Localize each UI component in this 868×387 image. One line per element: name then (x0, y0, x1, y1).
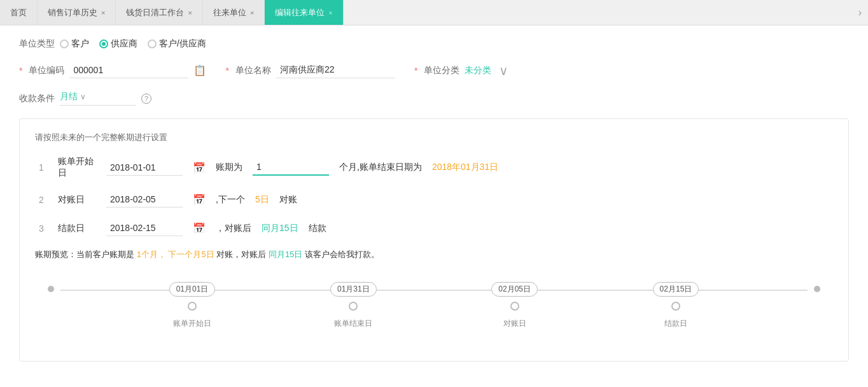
right-dot-circle (814, 286, 820, 292)
radio-customer[interactable]: 客户 (60, 38, 89, 50)
radio-both[interactable]: 客户/供应商 (148, 38, 206, 50)
radio-supplier-circle (99, 39, 108, 48)
tab-cash-work[interactable]: 钱货日清工作台 × (116, 0, 202, 25)
timeline-nodes: 01月01日 账单开始日 01月31日 账单结束日 02月05日 对账日 02月… (48, 282, 820, 329)
radio-supplier[interactable]: 供应商 (99, 38, 137, 50)
unit-name-group: * 单位名称 (225, 62, 395, 78)
node-circle-2 (349, 302, 358, 311)
node-caption-4: 结款日 (664, 318, 687, 329)
node-date-4: 02月15日 (653, 282, 699, 297)
unit-type-group: 单位类型 客户 供应商 客户/供应商 (19, 38, 206, 50)
period-months-input[interactable] (253, 159, 329, 176)
period-suffix-1: 个月,账单结束日期为 (339, 162, 422, 173)
tab-edit-close[interactable]: × (328, 9, 332, 17)
node-circle-1 (188, 302, 197, 311)
tab-cash-label: 钱货日清工作台 (126, 7, 184, 18)
payment-prefix: ，对账后 (216, 223, 251, 234)
left-dot-circle (48, 286, 54, 292)
radio-customer-circle (60, 39, 69, 48)
preview-months: 1个月， (137, 250, 166, 259)
unit-class-group: * 单位分类 未分类 ∨ (414, 63, 508, 78)
preview-text: 账期预览：当前客户账期是 1个月， 下一个月5日 对账，对账后 同月15日 该客… (35, 249, 833, 260)
main-content: 单位类型 客户 供应商 客户/供应商 * 单位编码 (0, 25, 868, 387)
tab-home[interactable]: 首页 (0, 0, 38, 25)
unit-type-label: 单位类型 (19, 38, 55, 50)
row-label-3: 结款日 (58, 223, 96, 234)
code-cal-icon[interactable]: 📋 (193, 64, 206, 76)
unit-info-row: * 单位编码 📋 * 单位名称 * 单位分类 未分类 ∨ (19, 62, 849, 78)
unit-name-input[interactable] (276, 62, 395, 78)
reconcile-cal-icon[interactable]: 📅 (193, 194, 206, 206)
panel-hint: 请按照未来的一个完整帐期进行设置 (35, 132, 833, 143)
timeline: 01月01日 账单开始日 01月31日 账单结束日 02月05日 对账日 02月… (35, 276, 833, 348)
payment-cal-icon[interactable]: 📅 (193, 222, 206, 234)
unit-class-value: 未分类 (465, 65, 491, 76)
timeline-node-1: 01月01日 账单开始日 (169, 282, 216, 329)
start-date-input[interactable] (106, 160, 183, 176)
timeline-node-2: 01月31日 账单结束日 (330, 282, 377, 329)
timeline-right-dot (814, 285, 820, 329)
node-caption-2: 账单结束日 (334, 318, 372, 329)
tab-counterparty-label: 往来单位 (213, 7, 246, 18)
preview-date2: 同月15日 (269, 250, 302, 259)
node-circle-3 (510, 302, 519, 311)
period-row-2: 2 对账日 📅 ,下一个 5日 对账 (35, 192, 833, 208)
name-star: * (225, 66, 228, 76)
tab-home-label: 首页 (10, 7, 27, 18)
row-num-1: 1 (35, 162, 48, 172)
period-row-1: 1 账单开始日 📅 账期为 个月,账单结束日期为 2018年01月31日 (35, 156, 833, 179)
tab-edit-label: 编辑往来单位 (275, 7, 325, 18)
payment-suffix: 结款 (309, 223, 326, 234)
payment-date-input[interactable] (106, 220, 183, 236)
payment-label: 收款条件 (19, 93, 55, 104)
row-label-1: 账单开始日 (58, 156, 96, 179)
node-caption-3: 对账日 (503, 318, 526, 329)
help-icon[interactable]: ? (141, 94, 151, 104)
tab-sales-close[interactable]: × (101, 9, 105, 17)
unit-code-label: 单位编码 (29, 65, 64, 76)
radio-both-circle (148, 39, 157, 48)
period-row-3: 3 结款日 📅 ，对账后 同月15日 结款 (35, 220, 833, 236)
preview-prefix: 账期预览：当前客户账期是 (35, 250, 134, 259)
reconcile-prefix: ,下一个 (216, 194, 245, 206)
node-date-3: 02月05日 (491, 282, 538, 297)
reconcile-date-input[interactable] (106, 192, 183, 208)
radio-customer-label: 客户 (71, 38, 89, 50)
timeline-node-4: 02月15日 结款日 (653, 282, 699, 329)
preview-mid: 对账，对账后 (216, 250, 266, 259)
reconcile-suffix: 对账 (279, 194, 297, 206)
period-for-label: 账期为 (216, 162, 242, 173)
code-star: * (19, 66, 22, 76)
node-date-1: 01月01日 (169, 282, 216, 297)
node-date-2: 01月31日 (330, 282, 377, 297)
payment-highlight: 同月15日 (262, 223, 298, 234)
payment-row: 收款条件 月结 ∨ ? (19, 91, 849, 106)
unit-code-input[interactable] (69, 62, 188, 78)
node-circle-4 (671, 302, 680, 311)
node-caption-1: 账单开始日 (173, 318, 211, 329)
unit-code-group: * 单位编码 📋 (19, 62, 206, 78)
tab-sales-history[interactable]: 销售订单历史 × (38, 0, 116, 25)
period-panel: 请按照未来的一个完整帐期进行设置 1 账单开始日 📅 账期为 个月,账单结束日期… (19, 118, 849, 362)
preview-end: 该客户会给我打款。 (305, 250, 379, 259)
tab-edit-counterparty[interactable]: 编辑往来单位 × (265, 0, 343, 25)
tab-counterparty[interactable]: 往来单位 × (203, 0, 265, 25)
timeline-node-3: 02月05日 对账日 (491, 282, 538, 329)
tab-counterparty-close[interactable]: × (250, 9, 254, 17)
payment-select[interactable]: 月结 ∨ (60, 91, 136, 106)
class-dropdown-icon[interactable]: ∨ (499, 63, 508, 78)
radio-supplier-label: 供应商 (111, 38, 137, 50)
preview-date1: 下一个月5日 (168, 250, 214, 259)
unit-class-label: 单位分类 (424, 65, 459, 76)
start-cal-icon[interactable]: 📅 (193, 162, 206, 174)
reconcile-highlight: 5日 (255, 194, 269, 206)
timeline-left-dot (48, 285, 54, 329)
row-num-3: 3 (35, 223, 48, 234)
tab-cash-close[interactable]: × (188, 9, 192, 17)
tab-more-arrow[interactable]: › (852, 0, 868, 25)
tab-bar: 首页 销售订单历史 × 钱货日清工作台 × 往来单位 × 编辑往来单位 × › (0, 0, 868, 25)
unit-name-label: 单位名称 (235, 65, 271, 76)
unit-type-row: 单位类型 客户 供应商 客户/供应商 (19, 38, 849, 50)
payment-chevron: ∨ (80, 92, 86, 101)
tab-sales-label: 销售订单历史 (48, 7, 97, 18)
